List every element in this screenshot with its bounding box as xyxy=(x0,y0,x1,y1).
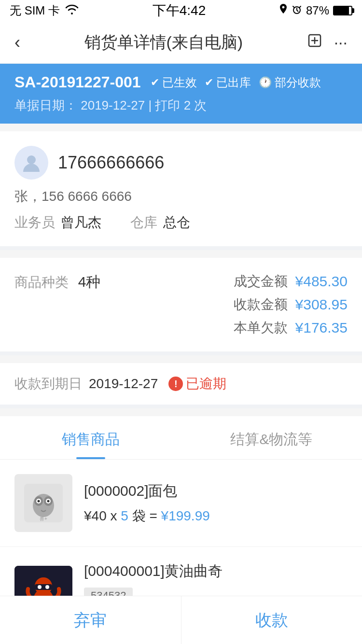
product-price-1: ¥40 x 5 袋 = ¥199.99 xyxy=(84,507,348,525)
warehouse-value: 总仓 xyxy=(163,213,190,232)
amount-value: ¥485.30 xyxy=(295,273,348,290)
customer-name: 张，156 6666 6666 xyxy=(14,187,348,206)
due-date: 2019-12-27 xyxy=(89,376,158,392)
order-date-label: 单据日期： xyxy=(14,98,77,112)
stats-debt-row: 本单欠款 ¥176.35 xyxy=(234,319,348,337)
stats-section: 商品种类 4种 成交金额 ¥485.30 收款金额 ¥308.95 本单欠款 ¥… xyxy=(0,258,362,351)
order-id: SA-20191227-001 xyxy=(14,73,141,91)
warehouse-item: 仓库 总仓 xyxy=(130,213,190,232)
alarm-icon xyxy=(292,4,302,17)
status-active: ✔ 已生效 xyxy=(151,75,197,90)
clock-icon: 🕐 xyxy=(259,76,272,89)
customer-phone: 17666666666 xyxy=(58,153,164,173)
overdue-text: 已逾期 xyxy=(186,375,226,393)
list-item: 兽+ [0000002]面包 ¥40 x 5 袋 = ¥199.99 xyxy=(0,460,362,547)
status-time: 下午4:42 xyxy=(153,1,206,20)
status-left: 无 SIM 卡 xyxy=(10,3,79,18)
product-name-1: [0000002]面包 xyxy=(84,481,348,501)
tab-products[interactable]: 销售商品 xyxy=(0,416,181,459)
tab-settlement-label: 结算&物流等 xyxy=(230,431,312,447)
divider-1 xyxy=(0,246,362,250)
received-label: 收款金额 xyxy=(234,295,288,314)
debt-value: ¥176.35 xyxy=(295,320,348,336)
product-unit-1: 袋 xyxy=(132,508,146,523)
amount-label: 成交金额 xyxy=(234,272,288,291)
product-eq-1: = xyxy=(149,508,161,523)
nav-bar: ‹ 销货单详情(来自电脑) ··· xyxy=(0,21,362,64)
battery-text: 87% xyxy=(306,4,329,17)
status-active-label: 已生效 xyxy=(162,75,197,90)
product-price-base-1: ¥40 xyxy=(84,508,107,523)
product-thumb-1: 兽+ xyxy=(14,474,72,532)
svg-point-17 xyxy=(45,585,49,589)
check-icon-1: ✔ xyxy=(151,76,159,89)
wifi-icon xyxy=(65,4,79,17)
svg-rect-15 xyxy=(35,584,52,590)
svg-text:兽+: 兽+ xyxy=(40,516,47,521)
svg-point-9 xyxy=(38,500,40,503)
order-print-info: | 打印 2 次 xyxy=(148,98,207,112)
customer-meta: 业务员 曾凡杰 仓库 总仓 xyxy=(14,213,348,232)
svg-point-2 xyxy=(27,155,36,164)
overdue-icon: ! xyxy=(168,377,183,391)
status-partial-label: 部分收款 xyxy=(275,75,321,90)
sales-item: 业务员 曾凡杰 xyxy=(14,213,101,232)
page-title: 销货单详情(来自电脑) xyxy=(84,31,243,54)
tab-products-label: 销售商品 xyxy=(62,431,120,447)
more-icon[interactable]: ··· xyxy=(334,33,348,52)
order-date: 单据日期： 2019-12-27 | 打印 2 次 xyxy=(14,97,348,114)
avatar xyxy=(14,146,48,180)
share-icon[interactable] xyxy=(307,33,322,52)
stats-left: 商品种类 4种 xyxy=(14,272,100,292)
battery-icon xyxy=(333,6,352,15)
status-bar: 无 SIM 卡 下午4:42 87% xyxy=(0,0,362,21)
bottom-actions: 弃审 收款 xyxy=(0,596,362,644)
product-price-x-1: x xyxy=(111,508,121,523)
cancel-button[interactable]: 弃审 xyxy=(0,596,181,644)
nav-actions: ··· xyxy=(307,33,348,52)
product-type-value: 4种 xyxy=(78,274,101,290)
tab-settlement[interactable]: 结算&物流等 xyxy=(181,416,362,459)
status-shipped-label: 已出库 xyxy=(216,75,251,90)
order-banner-top: SA-20191227-001 ✔ 已生效 ✔ 已出库 🕐 部分收款 xyxy=(14,73,348,91)
tabs-bar: 销售商品 结算&物流等 xyxy=(0,416,362,460)
product-total-1: ¥199.99 xyxy=(161,508,210,523)
stats-right: 成交金额 ¥485.30 收款金额 ¥308.95 本单欠款 ¥176.35 xyxy=(234,272,348,337)
product-qty-1: 5 xyxy=(121,508,128,523)
received-value: ¥308.95 xyxy=(295,296,348,313)
svg-point-10 xyxy=(47,500,50,503)
stats-received-row: 收款金额 ¥308.95 xyxy=(234,295,348,314)
product-type-label: 商品种类 xyxy=(14,275,69,290)
customer-row: 17666666666 xyxy=(14,146,348,180)
product-name-2: [000400001]黄油曲奇 xyxy=(84,561,348,581)
back-button[interactable]: ‹ xyxy=(14,32,20,53)
divider-2 xyxy=(0,351,362,355)
debt-label: 本单欠款 xyxy=(234,319,288,337)
due-section: 收款到期日 2019-12-27 ! 已逾期 xyxy=(0,363,362,405)
carrier-text: 无 SIM 卡 xyxy=(10,3,60,18)
sales-label: 业务员 xyxy=(14,213,55,232)
location-icon xyxy=(279,4,288,17)
status-tags: ✔ 已生效 ✔ 已出库 🕐 部分收款 xyxy=(151,75,321,90)
status-right: 87% xyxy=(279,4,352,17)
order-banner: SA-20191227-001 ✔ 已生效 ✔ 已出库 🕐 部分收款 单据日期：… xyxy=(0,64,362,124)
check-icon-2: ✔ xyxy=(205,76,213,89)
status-shipped: ✔ 已出库 xyxy=(205,75,251,90)
product-info-1: [0000002]面包 ¥40 x 5 袋 = ¥199.99 xyxy=(84,481,348,525)
divider-3 xyxy=(0,405,362,408)
due-label: 收款到期日 xyxy=(14,375,82,393)
warehouse-label: 仓库 xyxy=(130,213,157,232)
order-date-value: 2019-12-27 xyxy=(81,98,145,112)
customer-section: 17666666666 张，156 6666 6666 业务员 曾凡杰 仓库 总… xyxy=(0,131,362,246)
svg-point-16 xyxy=(38,585,42,589)
confirm-button[interactable]: 收款 xyxy=(181,596,362,644)
status-partial: 🕐 部分收款 xyxy=(259,75,321,90)
overdue-badge: ! 已逾期 xyxy=(168,375,226,393)
stats-amount-row: 成交金额 ¥485.30 xyxy=(234,272,348,291)
sales-value: 曾凡杰 xyxy=(61,213,101,232)
